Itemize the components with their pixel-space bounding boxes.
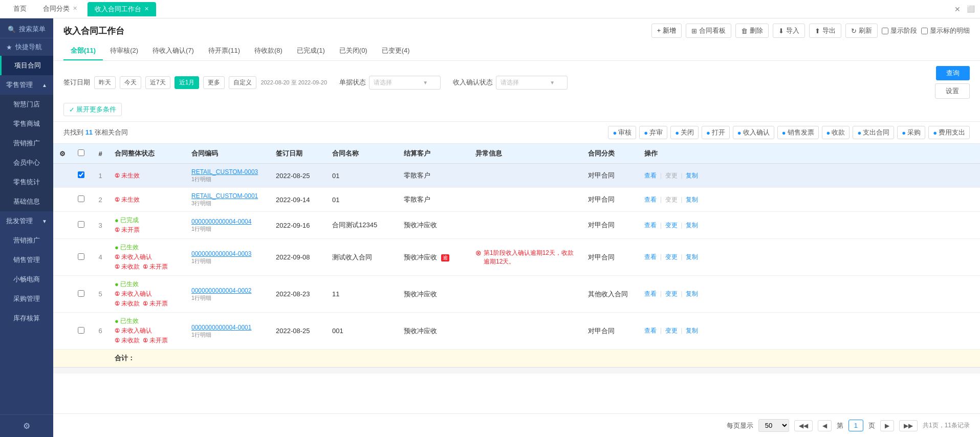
tab-income-contract[interactable]: 收入合同工作台 ✕ xyxy=(88,2,156,16)
col-settings[interactable]: ⚙ xyxy=(53,144,72,164)
copy-btn[interactable]: 复制 xyxy=(686,222,698,229)
filter-today[interactable]: 今天 xyxy=(120,76,141,89)
tab-closed[interactable]: 已关闭(0) xyxy=(332,42,375,60)
btn-close[interactable]: ● 关闭 xyxy=(670,126,699,139)
row-error xyxy=(471,313,584,349)
sidebar-item-retail-mgmt[interactable]: 零售管理 ▲ xyxy=(0,75,53,95)
sidebar-quick-nav[interactable]: ★ 快捷导航 xyxy=(0,38,53,56)
btn-out-contract[interactable]: ● 支出合同 xyxy=(853,126,894,139)
row-code[interactable]: RETAIL_CUSTOM-0003 1行明细 xyxy=(187,164,272,188)
tab-pending-payment[interactable]: 待收款(8) xyxy=(247,42,290,60)
query-btn[interactable]: 查询 xyxy=(936,66,970,80)
tab-pending-review[interactable]: 待审核(2) xyxy=(103,42,145,60)
row-code[interactable]: RETAIL_CUSTOM-0001 3行明细 xyxy=(187,188,272,212)
row-ops[interactable]: 查看 | 变更 | 复制 xyxy=(640,239,980,276)
sidebar-item-marketing[interactable]: 营销推广 xyxy=(0,134,53,153)
sidebar-item-inventory[interactable]: 库存核算 xyxy=(0,309,53,328)
tab-pending-confirm[interactable]: 待收入确认(7) xyxy=(145,42,201,60)
view-btn[interactable]: 查看 xyxy=(644,327,657,334)
filter-custom[interactable]: 自定义 xyxy=(229,76,256,89)
change-btn[interactable]: 变更 xyxy=(665,196,678,203)
sidebar-item-sales[interactable]: 销售管理 xyxy=(0,250,53,270)
row-code[interactable]: 0000000000004-0001 1行明细 xyxy=(187,313,272,349)
btn-refresh[interactable]: ↻ 刷新 xyxy=(845,24,878,38)
change-btn[interactable]: 变更 xyxy=(665,172,678,179)
change-btn[interactable]: 变更 xyxy=(665,327,678,334)
row-ops[interactable]: 查看 | 变更 | 复制 xyxy=(640,164,980,188)
sidebar-item-marketing2[interactable]: 营销推广 xyxy=(0,231,53,250)
next-page-btn[interactable]: ▶ xyxy=(880,420,894,431)
show-mark-checkbox[interactable]: 显示标的明细 xyxy=(921,26,970,35)
window-restore-btn[interactable]: ⬜ xyxy=(967,5,975,13)
btn-income-confirm[interactable]: ● 收入确认 xyxy=(733,126,774,139)
sidebar-search[interactable]: 🔍 搜索菜单 xyxy=(0,18,53,38)
sidebar-item-purchase[interactable]: 采购管理 xyxy=(0,289,53,309)
filter-1month[interactable]: 近1月 xyxy=(175,76,200,89)
filter-more[interactable]: 更多 xyxy=(203,76,225,89)
btn-payment[interactable]: ● 收款 xyxy=(822,126,850,139)
view-btn[interactable]: 查看 xyxy=(644,196,657,203)
btn-sales-invoice[interactable]: ● 销售发票 xyxy=(777,126,819,139)
sidebar-item-basic-info[interactable]: 基础信息 xyxy=(0,192,53,211)
row-code[interactable]: 0000000000004-0004 1行明细 xyxy=(187,212,272,239)
btn-review[interactable]: ● 审核 xyxy=(608,126,636,139)
last-page-btn[interactable]: ▶▶ xyxy=(899,420,918,431)
sidebar-item-xiaoyang[interactable]: 小畅电商 xyxy=(0,270,53,289)
col-checkbox-header[interactable] xyxy=(72,144,90,164)
row-ops[interactable]: 查看 | 变更 | 复制 xyxy=(640,188,980,212)
row-ops[interactable]: 查看 | 变更 | 复制 xyxy=(640,212,980,239)
change-btn[interactable]: 变更 xyxy=(665,222,678,229)
close-tab-category-icon[interactable]: ✕ xyxy=(73,5,77,12)
setting-btn[interactable]: 设置 xyxy=(935,83,970,99)
view-btn[interactable]: 查看 xyxy=(644,172,657,179)
btn-export[interactable]: ⬆ 导出 xyxy=(809,24,841,38)
settings-icon[interactable]: ⚙ xyxy=(23,422,30,430)
tab-completed[interactable]: 已完成(1) xyxy=(290,42,332,60)
row-ops[interactable]: 查看 | 变更 | 复制 xyxy=(640,276,980,313)
copy-btn[interactable]: 复制 xyxy=(686,172,698,179)
tab-contract-category[interactable]: 合同分类 ✕ xyxy=(35,0,85,18)
btn-open[interactable]: ● 打开 xyxy=(702,126,730,139)
window-close-btn[interactable]: ✕ xyxy=(954,5,961,13)
per-page-select[interactable]: 50 10 20 100 xyxy=(758,419,789,432)
doc-status-select[interactable]: 请选择 ▼ xyxy=(369,76,441,90)
sidebar-item-retail-mall[interactable]: 零售商城 xyxy=(0,114,53,134)
tab-pending-invoice[interactable]: 待开票(11) xyxy=(201,42,247,60)
btn-abandon[interactable]: ● 弃审 xyxy=(639,126,667,139)
btn-purchase[interactable]: ● 采购 xyxy=(897,126,925,139)
row-ops[interactable]: 查看 | 变更 | 复制 xyxy=(640,313,980,349)
btn-board[interactable]: ⊞ 合同看板 xyxy=(686,24,731,38)
sidebar-item-project-contract[interactable]: 项目合同 xyxy=(0,56,53,75)
confirm-status-select[interactable]: 请选择 ▼ xyxy=(496,76,568,90)
btn-expense[interactable]: ● 费用支出 xyxy=(928,126,970,139)
btn-new[interactable]: + 新增 xyxy=(651,24,682,38)
btn-delete[interactable]: 🗑 删除 xyxy=(735,24,769,38)
show-stage-checkbox[interactable]: 显示阶段 xyxy=(882,26,917,35)
table-row: 4 ●已生效 ①未收入确认 ①未收款 ①未开票 0000000000004-00… xyxy=(53,239,980,276)
row-code[interactable]: 0000000000004-0003 1行明细 xyxy=(187,239,272,276)
filter-7days[interactable]: 近7天 xyxy=(145,76,170,89)
tab-all[interactable]: 全部(11) xyxy=(63,42,103,60)
sidebar-item-retail-stats[interactable]: 零售统计 xyxy=(0,172,53,192)
prev-page-btn[interactable]: ◀ xyxy=(818,420,832,431)
change-btn[interactable]: 变更 xyxy=(665,253,678,260)
sidebar-item-wholesale[interactable]: 批发管理 ▼ xyxy=(0,211,53,231)
first-page-btn[interactable]: ◀◀ xyxy=(794,420,813,431)
close-tab-income-icon[interactable]: ✕ xyxy=(144,6,149,12)
copy-btn[interactable]: 复制 xyxy=(686,327,698,334)
expand-more-btn[interactable]: ✓ 展开更多条件 xyxy=(63,103,122,116)
sidebar-item-member[interactable]: 会员中心 xyxy=(0,153,53,172)
filter-yesterday[interactable]: 昨天 xyxy=(94,76,116,89)
copy-btn[interactable]: 复制 xyxy=(686,253,698,260)
view-btn[interactable]: 查看 xyxy=(644,222,657,229)
view-btn[interactable]: 查看 xyxy=(644,290,657,297)
tab-home[interactable]: 首页 xyxy=(5,0,35,18)
copy-btn[interactable]: 复制 xyxy=(686,196,698,203)
row-code[interactable]: 0000000000004-0002 1行明细 xyxy=(187,276,272,313)
change-btn[interactable]: 变更 xyxy=(665,290,678,297)
tab-changed[interactable]: 已变更(4) xyxy=(375,42,417,60)
view-btn[interactable]: 查看 xyxy=(644,253,657,260)
btn-import[interactable]: ⬇ 导入 xyxy=(773,24,805,38)
copy-btn[interactable]: 复制 xyxy=(686,290,698,297)
sidebar-item-smart-store[interactable]: 智慧门店 xyxy=(0,95,53,114)
